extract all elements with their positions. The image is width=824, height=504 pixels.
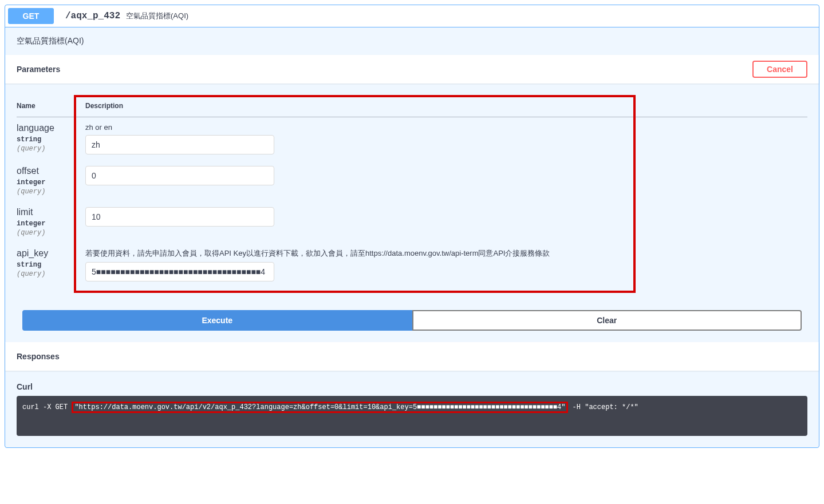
parameters-table: Name Description languagestring(query)zh… [17,95,807,287]
cancel-button[interactable]: Cancel [752,61,807,78]
parameter-row: limitinteger(query) [17,201,807,243]
parameter-description-cell: 若要使用資料，請先申請加入會員，取得API Key以進行資料下載，欲加入會員，請… [85,243,807,287]
parameters-header: Parameters Cancel [5,55,819,84]
curl-prefix: curl -X GET [22,403,72,411]
operation-description: 空氣品質指標(AQI) [5,27,819,55]
operation-summary-text: 空氣品質指標(AQI) [126,11,188,21]
clear-button[interactable]: Clear [412,310,802,331]
parameter-name-cell: limitinteger(query) [17,201,85,243]
operation-path: /aqx_p_432 [60,11,126,21]
column-header-description: Description [85,95,807,117]
parameter-in: (query) [17,269,85,278]
parameter-row: languagestring(query)zh or en [17,117,807,161]
parameter-row: api_keystring(query)若要使用資料，請先申請加入會員，取得AP… [17,243,807,287]
parameters-title: Parameters [17,65,60,74]
parameter-row: offsetinteger(query) [17,160,807,201]
parameter-input-language[interactable] [85,135,274,154]
execute-button[interactable]: Execute [22,310,412,331]
responses-header: Responses [5,342,819,371]
http-method-badge: GET [8,8,54,24]
parameter-name-cell: api_keystring(query) [17,243,85,287]
curl-suffix: -H "accept: */*" [568,403,638,411]
parameter-in: (query) [17,228,85,237]
parameter-description: zh or en [85,123,807,132]
parameter-type: integer [17,176,85,186]
parameter-type: string [17,133,85,144]
parameter-name: language [17,123,85,133]
execute-button-row: Execute Clear [5,299,819,342]
parameter-name: api_key [17,248,85,259]
curl-title: Curl [17,382,807,391]
curl-section: Curl curl -X GET "https://data.moenv.gov… [5,371,819,447]
parameter-description-cell [85,201,807,243]
operation-body: 空氣品質指標(AQI) Parameters Cancel Name Descr… [5,27,819,447]
parameter-input-api_key[interactable] [85,262,274,281]
parameter-name-cell: offsetinteger(query) [17,160,85,201]
parameter-input-offset[interactable] [85,166,274,185]
parameter-input-limit[interactable] [85,207,274,227]
parameter-in: (query) [17,144,85,153]
curl-command-block[interactable]: curl -X GET "https://data.moenv.gov.tw/a… [17,396,807,436]
parameter-type: integer [17,217,85,228]
parameter-description: 若要使用資料，請先申請加入會員，取得API Key以進行資料下載，欲加入會員，請… [85,248,807,259]
parameter-name: offset [17,166,85,176]
responses-wrapper: Responses Curl curl -X GET "https://data… [5,342,819,447]
parameter-name-cell: languagestring(query) [17,117,85,161]
parameter-description-cell: zh or en [85,117,807,161]
parameter-type: string [17,259,85,269]
parameter-name: limit [17,207,85,217]
parameters-container: Name Description languagestring(query)zh… [5,84,819,299]
operation-summary[interactable]: GET /aqx_p_432 空氣品質指標(AQI) [5,5,819,27]
api-operation-block: GET /aqx_p_432 空氣品質指標(AQI) 空氣品質指標(AQI) P… [5,5,819,448]
column-header-name: Name [17,95,85,117]
parameter-description-cell [85,160,807,201]
highlight-box-curl-url: "https://data.moenv.gov.tw/api/v2/aqx_p_… [72,402,568,413]
responses-title: Responses [17,352,60,361]
parameter-in: (query) [17,186,85,196]
